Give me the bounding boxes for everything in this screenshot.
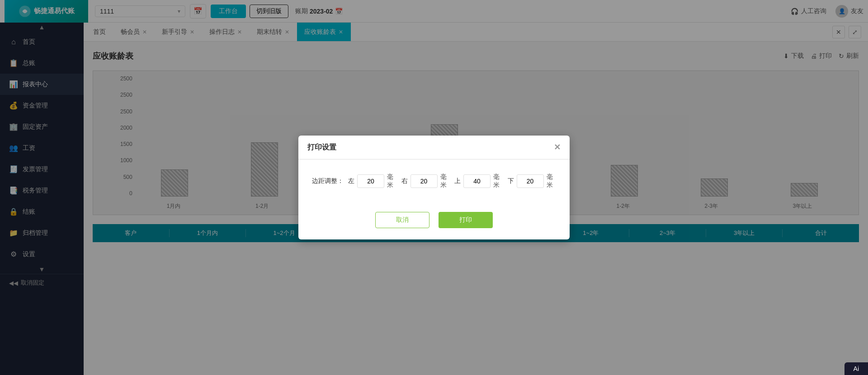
bottom-margin-input[interactable] (517, 174, 544, 188)
dialog-header: 打印设置 ✕ (298, 136, 570, 159)
dialog-body: 边距调整： 左 毫米 右 毫米 上 毫米 下 (298, 159, 570, 212)
modal-overlay: 打印设置 ✕ 边距调整： 左 毫米 右 毫米 上 毫米 (0, 0, 868, 375)
right-margin-group: 右 毫米 (401, 173, 450, 189)
dialog-title: 打印设置 (307, 143, 336, 152)
top-margin-input[interactable] (463, 174, 491, 188)
margin-label: 边距调整： (312, 177, 344, 185)
bottom-margin-group: 下 毫米 (508, 173, 557, 189)
top-margin-unit: 毫米 (493, 173, 503, 189)
confirm-print-button[interactable]: 打印 (439, 212, 493, 228)
left-margin-unit: 毫米 (387, 173, 397, 189)
right-margin-unit: 毫米 (440, 173, 450, 189)
right-margin-input[interactable] (410, 174, 438, 188)
dialog-footer: 取消 打印 (298, 212, 570, 239)
bottom-margin-unit: 毫米 (547, 173, 557, 189)
margin-row: 边距调整： 左 毫米 右 毫米 上 毫米 下 (312, 173, 556, 189)
print-settings-dialog: 打印设置 ✕ 边距调整： 左 毫米 右 毫米 上 毫米 (298, 136, 570, 239)
right-dir-label: 右 (401, 177, 408, 185)
bottom-dir-label: 下 (508, 177, 514, 185)
top-margin-group: 上 毫米 (454, 173, 503, 189)
ai-label[interactable]: Ai (844, 362, 868, 375)
top-dir-label: 上 (454, 177, 461, 185)
left-dir-label: 左 (348, 177, 354, 185)
cancel-button[interactable]: 取消 (375, 212, 429, 228)
ai-label-text: Ai (854, 365, 859, 372)
left-margin-input[interactable] (357, 174, 384, 188)
dialog-close-button[interactable]: ✕ (554, 142, 561, 152)
left-margin-group: 左 毫米 (348, 173, 397, 189)
